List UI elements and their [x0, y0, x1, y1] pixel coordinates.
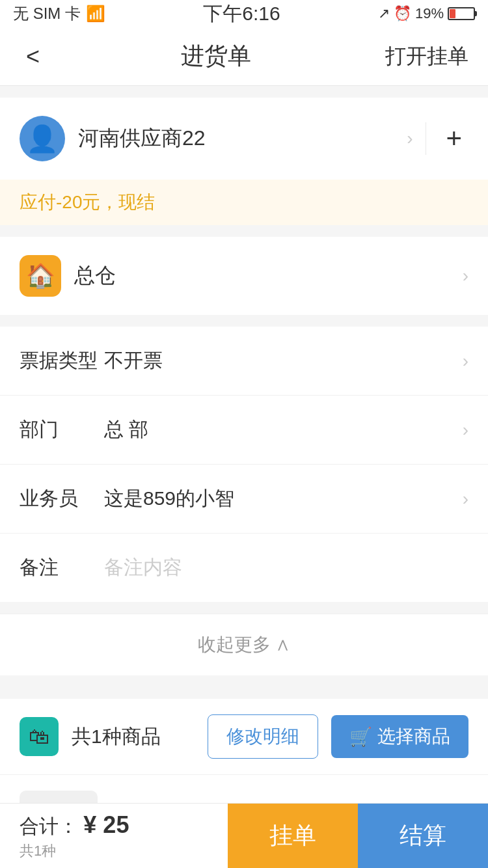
supplier-info-bar: 应付-20元，现结: [0, 180, 488, 225]
carrier-text: 无 SIM 卡: [13, 3, 81, 24]
total-amount: ¥ 25: [83, 811, 129, 838]
warehouse-name: 总仓: [74, 262, 463, 290]
supplier-avatar: 👤: [20, 116, 65, 161]
invoice-type-label: 票据类型: [20, 347, 104, 374]
status-time: 下午6:16: [203, 1, 280, 27]
status-left: 无 SIM 卡 📶: [13, 3, 105, 24]
total-sub: 共1种: [20, 841, 208, 861]
department-chevron-icon: ›: [463, 420, 468, 441]
divider-1: [0, 86, 488, 98]
settle-button[interactable]: 结算: [358, 804, 488, 869]
wifi-icon: 📶: [86, 5, 105, 23]
select-product-label: 选择商品: [377, 724, 450, 749]
salesperson-value: 这是859的小智: [104, 485, 463, 512]
supplier-section: 👤 河南供应商22 › + 应付-20元，现结: [0, 98, 488, 225]
product-header: 🛍 共1种商品 修改明细 🛒 选择商品: [0, 699, 488, 774]
location-icon: ↗: [378, 5, 390, 22]
back-button[interactable]: <: [20, 36, 46, 77]
battery-percent: 19%: [415, 5, 444, 22]
invoice-type-row[interactable]: 票据类型 不开票 ›: [0, 327, 488, 396]
nav-bar: < 进货单 打开挂单: [0, 27, 488, 86]
warehouse-section[interactable]: 🏠 总仓 ›: [0, 237, 488, 315]
collapse-button[interactable]: 收起更多 ∧: [198, 632, 291, 657]
form-section: 票据类型 不开票 › 部门 总 部 › 业务员 这是859的小智 › 备注 备注…: [0, 327, 488, 602]
status-right: ↗ ⏰ 19%: [378, 5, 475, 22]
salesperson-label: 业务员: [20, 485, 104, 512]
total-label: 合计：: [20, 815, 78, 837]
supplier-name: 河南供应商22: [78, 124, 407, 153]
page-title: 进货单: [181, 40, 251, 72]
alarm-icon: ⏰: [394, 5, 411, 22]
supplier-row[interactable]: 👤 河南供应商22 › +: [0, 98, 488, 180]
department-label: 部门: [20, 416, 104, 443]
product-icon: 🛍: [20, 717, 59, 756]
battery-icon: [448, 7, 475, 20]
warehouse-chevron-icon: ›: [463, 265, 468, 286]
invoice-chevron-icon: ›: [463, 351, 468, 372]
warehouse-icon: 🏠: [20, 255, 61, 297]
total-section: 合计： ¥ 25 共1种: [0, 811, 228, 861]
bottom-bar: 合计： ¥ 25 共1种 挂单 结算: [0, 803, 488, 868]
department-row[interactable]: 部门 总 部 ›: [0, 396, 488, 465]
supplier-divider: [426, 122, 426, 155]
department-value: 总 部: [104, 416, 463, 443]
salesperson-chevron-icon: ›: [463, 489, 468, 509]
divider-2: [0, 675, 488, 687]
select-product-button[interactable]: 🛒 选择商品: [331, 715, 468, 758]
open-hang-button[interactable]: 打开挂单: [385, 42, 468, 71]
avatar-person-icon: 👤: [26, 124, 59, 154]
remark-label: 备注: [20, 554, 104, 581]
chevron-right-icon: ›: [407, 128, 413, 149]
salesperson-row[interactable]: 业务员 这是859的小智 ›: [0, 465, 488, 534]
edit-detail-button[interactable]: 修改明细: [208, 714, 318, 759]
invoice-type-value: 不开票: [104, 347, 463, 374]
total-row: 合计： ¥ 25: [20, 811, 208, 840]
hang-button[interactable]: 挂单: [228, 804, 358, 869]
remark-input[interactable]: 备注内容: [104, 554, 468, 581]
cart-icon: 🛒: [349, 726, 372, 748]
remark-row[interactable]: 备注 备注内容: [0, 534, 488, 602]
status-bar: 无 SIM 卡 📶 下午6:16 ↗ ⏰ 19%: [0, 0, 488, 27]
add-supplier-button[interactable]: +: [439, 123, 468, 154]
collapse-section: 收起更多 ∧: [0, 614, 488, 675]
product-count: 共1种商品: [72, 724, 195, 750]
